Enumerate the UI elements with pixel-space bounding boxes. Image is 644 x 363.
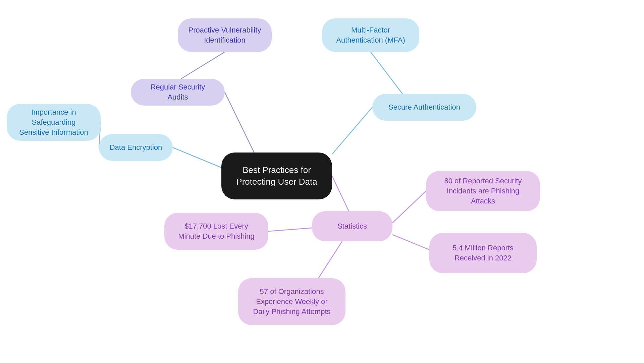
80pct-label: 80 of Reported Security Incidents are Ph…: [435, 176, 531, 206]
svg-line-1: [225, 92, 255, 154]
center-label: Best Practices for Protecting User Data: [231, 164, 323, 188]
center-node: Best Practices for Protecting User Data: [221, 153, 332, 199]
17700-lost-node: $17,700 Lost Every Minute Due to Phishin…: [164, 213, 268, 250]
54million-label: 5.4 Million Reports Received in 2022: [439, 243, 527, 263]
57pct-organizations-node: 57 of Organizations Experience Weekly or…: [238, 278, 345, 325]
mfa-label: Multi-Factor Authentication (MFA): [331, 25, 410, 45]
statistics-label: Statistics: [337, 221, 367, 231]
17700-label: $17,700 Lost Every Minute Due to Phishin…: [174, 221, 259, 241]
importance-node: Importance in Safeguarding Sensitive Inf…: [7, 104, 101, 141]
regular-security-audits-node: Regular Security Audits: [131, 79, 225, 106]
svg-line-7: [392, 191, 426, 223]
57pct-label: 57 of Organizations Experience Weekly or…: [248, 287, 336, 316]
secure-auth-label: Secure Authentication: [388, 102, 460, 112]
secure-authentication-node: Secure Authentication: [372, 94, 476, 121]
data-encryption-node: Data Encryption: [99, 134, 173, 161]
svg-line-9: [268, 228, 312, 231]
svg-line-0: [181, 52, 225, 79]
svg-line-2: [173, 147, 221, 168]
54million-reports-node: 5.4 Million Reports Received in 2022: [429, 233, 537, 273]
mfa-node: Multi-Factor Authentication (MFA): [322, 18, 419, 52]
svg-line-6: [332, 176, 349, 211]
svg-line-8: [392, 235, 429, 250]
data-encryption-label: Data Encryption: [110, 142, 162, 153]
importance-label: Importance in Safeguarding Sensitive Inf…: [16, 107, 91, 137]
proactive-label: Proactive Vulnerability Identification: [187, 25, 262, 45]
svg-line-4: [371, 52, 402, 94]
proactive-vulnerability-node: Proactive Vulnerability Identification: [178, 18, 272, 52]
regular-security-label: Regular Security Audits: [140, 82, 215, 102]
statistics-node: Statistics: [312, 211, 392, 241]
svg-line-5: [332, 107, 372, 154]
80pct-phishing-node: 80 of Reported Security Incidents are Ph…: [426, 171, 540, 211]
